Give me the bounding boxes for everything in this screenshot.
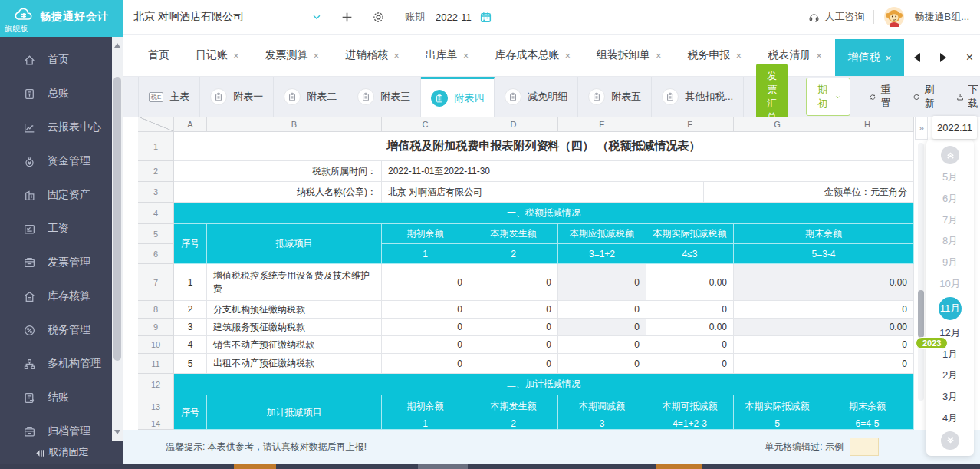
corner-cell[interactable]	[138, 117, 174, 132]
scroll-tabs-left-icon[interactable]	[904, 39, 930, 76]
value-cell[interactable]: 0	[382, 336, 469, 354]
item-cell[interactable]: 建筑服务预征缴纳税款	[207, 319, 382, 336]
download-button[interactable]: 下载	[956, 83, 980, 111]
tab-outbound[interactable]: 出库单×	[413, 35, 482, 76]
sidebar-item-multi-org[interactable]: 多机构管理	[0, 347, 123, 381]
value-cell[interactable]: 0	[646, 301, 734, 319]
tab-vat-active[interactable]: 增值税×	[835, 39, 905, 76]
tab-home[interactable]: 首页	[135, 35, 183, 76]
row-number[interactable]: 14	[138, 418, 174, 430]
rail-scroll-down-button[interactable]	[941, 431, 959, 450]
seq-cell[interactable]: 3	[174, 319, 207, 336]
sheet-tab-annex2[interactable]: 附表二	[274, 77, 347, 117]
month-item[interactable]: 4月	[942, 410, 958, 427]
sidebar-item-fixed-assets[interactable]: 固定资产	[0, 178, 123, 212]
taxpayer-value[interactable]: 北京 对啊酒店有限公司	[382, 182, 704, 203]
tab-journal[interactable]: 日记账×	[183, 35, 252, 76]
opening-period-dropdown[interactable]: 期初	[806, 78, 850, 116]
column-header-H[interactable]: H	[821, 117, 914, 132]
user-name[interactable]: 畅捷通B组...	[914, 10, 969, 24]
user-avatar[interactable]	[883, 6, 905, 28]
value-cell[interactable]: 0	[734, 301, 914, 319]
seq-cell[interactable]: 2	[174, 301, 207, 319]
sidebar-item-invoices[interactable]: 发票管理	[0, 246, 123, 279]
sidebar-item-general-ledger[interactable]: 总账	[0, 77, 123, 111]
item-cell[interactable]: 分支机构预征缴纳税款	[207, 301, 382, 319]
close-icon[interactable]: ×	[233, 50, 239, 61]
sidebar-item-salary[interactable]: 工资	[0, 212, 123, 246]
month-item[interactable]: 10月	[939, 276, 960, 292]
value-cell[interactable]: 0.00	[734, 319, 914, 336]
close-icon[interactable]: ×	[393, 50, 400, 61]
tab-invoice-calc[interactable]: 发票测算×	[252, 35, 333, 76]
value-cell[interactable]: 0	[382, 319, 469, 336]
value-cell[interactable]: 0	[558, 319, 646, 336]
rail-scroll-up-button[interactable]	[941, 146, 959, 164]
close-all-tabs-icon[interactable]: ×	[956, 39, 980, 76]
tab-inventory-ledger[interactable]: 库存成本总账×	[482, 35, 584, 76]
month-item[interactable]: 8月	[942, 233, 958, 249]
close-icon[interactable]: ×	[656, 50, 662, 61]
value-cell[interactable]: 0	[558, 301, 646, 319]
scroll-up-arrow-icon[interactable]	[114, 43, 120, 48]
sheet-tab-annex5[interactable]: 附表五	[578, 77, 652, 117]
column-header-F[interactable]: F	[646, 117, 734, 132]
column-header-C[interactable]: C	[382, 117, 469, 132]
month-item[interactable]: 7月	[942, 212, 958, 229]
value-cell[interactable]: 0.00	[734, 264, 914, 301]
value-cell[interactable]: 0	[469, 301, 558, 319]
tab-assembly[interactable]: 组装拆卸单×	[584, 35, 675, 76]
value-cell[interactable]: 0	[558, 264, 646, 301]
value-cell[interactable]: 0	[646, 354, 734, 374]
value-cell[interactable]: 0	[469, 319, 558, 336]
support-button[interactable]: 人工咨询	[808, 10, 864, 24]
close-icon[interactable]: ×	[816, 50, 822, 61]
sidebar-item-home[interactable]: 首页	[0, 43, 123, 77]
row-number[interactable]: 4	[138, 203, 174, 224]
column-header-A[interactable]: A	[174, 117, 207, 132]
item-cell[interactable]: 出租不动产预征缴纳税款	[207, 354, 382, 374]
close-icon[interactable]: ×	[564, 50, 571, 61]
refresh-button[interactable]: 刷新	[913, 83, 938, 111]
value-cell[interactable]: 0	[646, 336, 734, 354]
row-number[interactable]: 2	[138, 161, 174, 182]
unpin-button[interactable]: 取消固定	[0, 441, 123, 464]
row-number[interactable]: 11	[138, 354, 174, 374]
value-cell[interactable]: 0.00	[646, 264, 734, 301]
sidebar-item-cloud-reports[interactable]: 云报表中心	[0, 111, 123, 144]
value-cell[interactable]: 0	[382, 264, 469, 301]
value-cell[interactable]: 0	[382, 301, 469, 319]
close-icon[interactable]: ×	[736, 50, 742, 61]
expand-columns-icon[interactable]: »	[915, 117, 928, 140]
row-number[interactable]: 7	[138, 264, 174, 301]
sheet-tab-annex3[interactable]: 附表三	[347, 77, 421, 117]
month-item[interactable]: 6月	[942, 190, 958, 207]
settings-gear-icon[interactable]	[372, 11, 385, 24]
tab-purchase-audit[interactable]: 进销稽核×	[332, 35, 413, 76]
sidebar-scroll-thumb[interactable]	[113, 77, 121, 361]
seq-cell[interactable]: 1	[174, 264, 207, 301]
month-item[interactable]: 2月	[942, 367, 958, 384]
seq-cell[interactable]: 4	[174, 336, 207, 354]
sheet-tab-annex1[interactable]: 附表一	[200, 77, 274, 117]
sidebar-item-funds[interactable]: 资金管理	[0, 144, 123, 178]
item-cell[interactable]: 增值税税控系统专用设备费及技术维护费	[207, 264, 382, 301]
row-number[interactable]: 3	[138, 182, 174, 203]
column-header-G[interactable]: G	[734, 117, 821, 132]
column-header-E[interactable]: E	[558, 117, 646, 132]
month-item[interactable]: 5月	[942, 169, 958, 186]
seq-cell[interactable]: 5	[174, 354, 207, 374]
scroll-tabs-right-icon[interactable]	[930, 39, 956, 76]
tax-period-value[interactable]: 2022-11-01至2022-11-30	[382, 161, 914, 182]
add-account-button[interactable]	[340, 11, 354, 24]
grid-vertical-scrollbar[interactable]	[918, 143, 924, 401]
row-number[interactable]: 8	[138, 301, 174, 319]
value-cell[interactable]: 0	[469, 354, 558, 374]
row-number[interactable]: 5	[138, 224, 174, 244]
sheet-tab-reduction-detail[interactable]: 减免明细	[495, 77, 578, 117]
value-cell[interactable]: 0	[734, 354, 914, 374]
item-cell[interactable]: 销售不动产预征缴纳税款	[207, 336, 382, 354]
reset-button[interactable]: 重置	[869, 83, 894, 111]
sidebar-item-tax[interactable]: 税务管理	[0, 313, 123, 347]
company-selector[interactable]: 北京 对啊酒店有限公司	[133, 0, 322, 34]
